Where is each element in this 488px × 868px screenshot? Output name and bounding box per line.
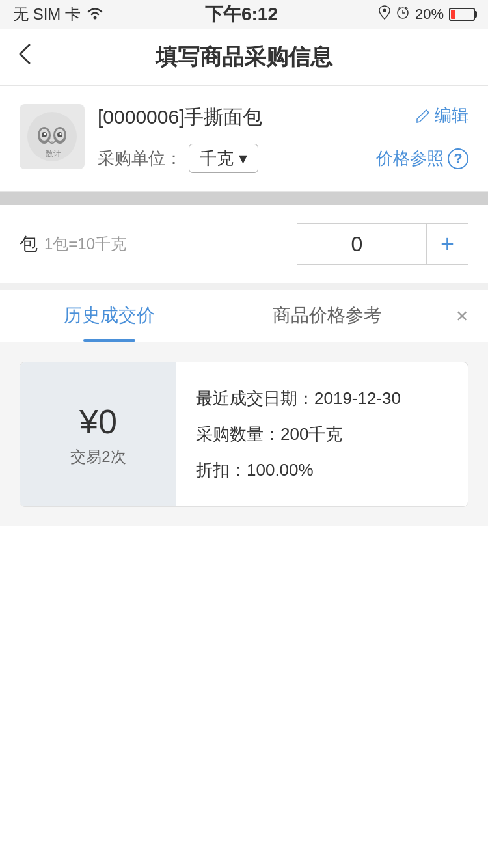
carrier-text: 无 SIM 卡 <box>13 4 81 25</box>
page-title: 填写商品采购信息 <box>156 42 332 72</box>
close-icon: × <box>456 304 468 328</box>
battery-percent: 20% <box>415 6 444 23</box>
history-price-value: ¥0 <box>79 402 117 441</box>
nav-bar: 填写商品采购信息 <box>0 29 488 86</box>
tabs-container: 历史成交价 商品价格参考 × <box>0 290 488 342</box>
quantity-control: + <box>297 223 468 265</box>
wifi-icon <box>86 5 104 23</box>
svg-text:数计: 数计 <box>46 149 61 158</box>
history-details: 最近成交日期：2019-12-30 采购数量：200千克 折扣：100.00% <box>176 362 468 506</box>
back-button[interactable] <box>18 43 31 71</box>
transaction-count: 交易2次 <box>70 446 126 467</box>
svg-point-1 <box>383 9 386 12</box>
quantity-label: 包 1包=10千克 <box>20 232 126 256</box>
quantity-plus-button[interactable]: + <box>427 223 468 265</box>
status-left: 无 SIM 卡 <box>13 4 104 25</box>
history-price-section: ¥0 交易2次 <box>20 362 176 506</box>
help-icon: ? <box>448 148 468 169</box>
product-info: [0000006]手撕面包 编辑 采购单位： 千克 ▾ 价格 <box>98 104 468 173</box>
price-reference-button[interactable]: 价格参照 ? <box>376 147 468 170</box>
product-card: 数计 [0000006]手撕面包 编辑 采购单位： 千克 ▾ <box>0 86 488 192</box>
status-bar: 无 SIM 卡 下午6:12 20 <box>0 0 488 29</box>
alarm-icon <box>396 5 410 23</box>
battery-icon <box>449 8 475 21</box>
unit-conversion-text: 1包=10千克 <box>44 234 126 254</box>
dropdown-arrow-icon: ▾ <box>239 148 247 169</box>
bottom-space <box>0 526 488 868</box>
close-button[interactable]: × <box>436 290 488 342</box>
unit-package-label: 包 <box>20 232 38 256</box>
svg-point-15 <box>60 133 62 135</box>
location-icon <box>379 5 390 23</box>
product-image: 数计 <box>20 104 85 169</box>
history-section: ¥0 交易2次 最近成交日期：2019-12-30 采购数量：200千克 折扣：… <box>0 342 488 526</box>
svg-point-0 <box>94 16 97 20</box>
product-name: [0000006]手撕面包 <box>98 104 262 131</box>
purchase-unit-label: 采购单位： <box>98 147 182 170</box>
detail-date: 最近成交日期：2019-12-30 <box>196 386 448 411</box>
svg-point-14 <box>44 133 46 135</box>
edit-button[interactable]: 编辑 <box>415 104 468 127</box>
detail-quantity: 采购数量：200千克 <box>196 422 448 447</box>
tab-product-price-reference[interactable]: 商品价格参考 <box>218 290 436 342</box>
history-card: ¥0 交易2次 最近成交日期：2019-12-30 采购数量：200千克 折扣：… <box>20 362 468 507</box>
status-right: 20% <box>379 5 475 23</box>
status-time: 下午6:12 <box>205 2 278 27</box>
gray-divider <box>0 192 488 205</box>
tab-history-price[interactable]: 历史成交价 <box>0 290 218 342</box>
unit-selector[interactable]: 千克 ▾ <box>189 144 258 173</box>
quantity-row: 包 1包=10千克 + <box>0 205 488 290</box>
quantity-input[interactable] <box>297 223 427 265</box>
detail-discount: 折扣：100.00% <box>196 457 448 483</box>
